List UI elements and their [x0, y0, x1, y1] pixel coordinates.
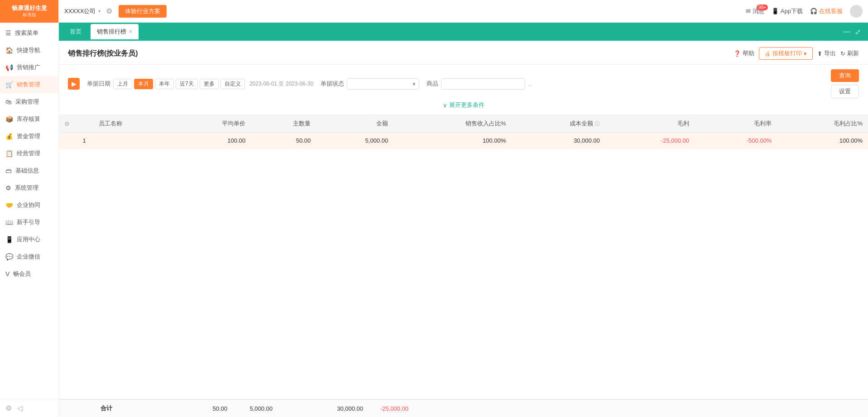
message-btn[interactable]: ✉ 消息 99+ [746, 7, 764, 15]
sidebar-item-enterprise-wechat[interactable]: 💬企业微信 [0, 248, 58, 265]
sidebar-item-finance[interactable]: 💰资金管理 [0, 128, 58, 145]
app-icon: 📱 [772, 8, 779, 14]
online-service-btn[interactable]: 🎧 在线客服 [810, 7, 843, 15]
row-gross-pct: 100.00% [777, 133, 868, 149]
goods-ellipsis[interactable]: ... [528, 81, 533, 87]
expand-more-btn[interactable]: ∨ 展开更多条件 [443, 101, 484, 109]
goods-filter: 商品 ... [427, 78, 533, 90]
help-btn[interactable]: ❓ 帮助 [734, 49, 754, 58]
th-sales-pct: 销售收入占比% [393, 115, 511, 133]
sidebar-item-app-center[interactable]: 📱应用中心 [0, 231, 58, 248]
window-controls: — ⤢ [843, 28, 864, 36]
collapse-footer-icon[interactable]: ◁ [17, 404, 23, 412]
tab-sales-ranking[interactable]: 销售排行榜 × [91, 24, 139, 39]
export-icon: ⬆ [817, 50, 822, 57]
status-select-wrap [347, 78, 419, 90]
sidebar-icon-enterprise-wechat: 💬 [5, 253, 13, 260]
page-content: 销售排行榜(按业务员) ❓ 帮助 🖨 按模板打印 ▾ ⬆ 导出 ↻ 刷新 [59, 41, 868, 417]
sidebar-item-quick-nav[interactable]: 🏠快捷导航 [0, 42, 58, 59]
date-btn-上月[interactable]: 上月 [113, 79, 132, 89]
status-select[interactable] [347, 78, 419, 90]
filter-settings-btn[interactable]: 设置 [831, 85, 859, 98]
refresh-btn[interactable]: ↻ 刷新 [840, 49, 859, 58]
sidebar-item-guide[interactable]: 📖新手引导 [0, 214, 58, 231]
date-btn-近7天[interactable]: 近7天 [176, 79, 198, 89]
sidebar-item-marketing[interactable]: 📢营销推广 [0, 59, 58, 76]
sidebar-item-sales[interactable]: 🛒销售管理 [0, 76, 58, 93]
logo-sub: 标准版 [23, 12, 36, 18]
sidebar-icon-sales: 🛒 [5, 81, 13, 88]
tab-home[interactable]: 首页 [62, 24, 89, 39]
topbar: XXXXX公司 ▾ ⚙ 体验行业方案 ✉ 消息 99+ 📱 App下载 🎧 在线… [59, 0, 868, 23]
footer-total-label: 合计 [101, 404, 155, 412]
row-name [93, 133, 172, 149]
row-sales-pct: 100.00% [393, 133, 511, 149]
tab-active-label: 销售排行榜 [97, 28, 126, 36]
refresh-icon: ↻ [840, 50, 845, 57]
sidebar-label-purchase: 采购管理 [15, 98, 39, 106]
th-settings[interactable]: ⚙ [59, 115, 75, 133]
date-label: 单据日期 [87, 80, 110, 88]
sidebar-item-collab[interactable]: 🤝企业协同 [0, 197, 58, 214]
sidebar-label-finance: 资金管理 [17, 132, 40, 140]
sidebar-item-system[interactable]: ⚙系统管理 [0, 179, 58, 197]
sidebar-item-vip[interactable]: V畅会员 [0, 265, 58, 283]
sidebar-label-app-center: 应用中心 [17, 235, 40, 244]
help-icon: ❓ [734, 50, 741, 57]
sidebar-icon-operations: 📋 [5, 150, 13, 157]
company-selector[interactable]: XXXXX公司 ▾ [64, 7, 101, 15]
sidebar-icon-marketing: 📢 [5, 64, 13, 71]
sidebar-item-inventory[interactable]: 📦库存核算 [0, 110, 58, 128]
th-name: 员工名称 [93, 115, 172, 133]
settings-footer-icon[interactable]: ⚙ [5, 404, 12, 412]
date-btn-本年[interactable]: 本年 [155, 79, 174, 89]
data-table: ⚙ 员工名称 平均单价 主数量 全额 销售收入占比% 成本全额 ⓘ 毛利 毛利率… [59, 115, 868, 149]
sidebar-item-search-menu[interactable]: ☰搜索菜单 [0, 24, 58, 42]
th-amount: 全额 [316, 115, 393, 133]
sidebar: 畅康通好生意 标准版 ☰搜索菜单🏠快捷导航📢营销推广🛒销售管理🛍采购管理📦库存核… [0, 0, 59, 417]
sidebar-item-operations[interactable]: 📋经营管理 [0, 145, 58, 162]
topbar-gear-icon[interactable]: ⚙ [106, 7, 112, 15]
app-download-btn[interactable]: 📱 App下载 [772, 7, 803, 15]
filter-bar: ▶ 单据日期 上月本月本年近7天更多自定义 2023-06-01 至 2023-… [59, 65, 868, 115]
sidebar-icon-collab: 🤝 [5, 201, 13, 209]
sidebar-item-basic-info[interactable]: 🗃基础信息 [0, 162, 58, 179]
filter-toggle-btn[interactable]: ▶ [68, 78, 80, 90]
sidebar-item-purchase[interactable]: 🛍采购管理 [0, 93, 58, 110]
date-buttons: 上月本月本年近7天更多自定义 [113, 79, 245, 89]
export-btn[interactable]: ⬆ 导出 [817, 49, 836, 58]
minimize-icon[interactable]: — [843, 28, 850, 36]
message-icon: ✉ [746, 8, 751, 14]
sidebar-icon-search-menu: ☰ [5, 29, 11, 37]
service-icon: 🎧 [810, 8, 817, 14]
help-label: 帮助 [743, 49, 754, 58]
table-header-row: ⚙ 员工名称 平均单价 主数量 全额 销售收入占比% 成本全额 ⓘ 毛利 毛利率… [59, 115, 868, 133]
message-badge: 99+ [757, 5, 768, 10]
row-gross: -25,000.00 [605, 133, 695, 149]
footer-cost: 30,000.00 [318, 405, 363, 412]
tab-close-icon[interactable]: × [129, 29, 132, 35]
date-btn-自定义[interactable]: 自定义 [221, 79, 245, 89]
filter-toggle-icon: ▶ [72, 80, 77, 87]
sidebar-label-system: 系统管理 [15, 184, 38, 192]
service-label: 在线客服 [819, 7, 843, 15]
cost-help-icon: ⓘ [595, 121, 600, 126]
maximize-icon[interactable]: ⤢ [855, 28, 861, 36]
date-btn-本月[interactable]: 本月 [134, 79, 153, 89]
date-btn-更多[interactable]: 更多 [200, 79, 219, 89]
expand-more-label: 展开更多条件 [449, 101, 484, 109]
user-avatar[interactable] [850, 5, 863, 18]
date-range: 2023-06-01 至 2023-06-30 [249, 80, 313, 88]
status-label: 单据状态 [321, 80, 344, 88]
page-header: 销售排行榜(按业务员) ❓ 帮助 🖨 按模板打印 ▾ ⬆ 导出 ↻ 刷新 [59, 41, 868, 65]
row-avg-price: 100.00 [172, 133, 251, 149]
sidebar-icon-guide: 📖 [5, 219, 13, 226]
query-btn[interactable]: 查询 [831, 69, 859, 82]
th-rank [75, 115, 93, 133]
table-container: ⚙ 员工名称 平均单价 主数量 全额 销售收入占比% 成本全额 ⓘ 毛利 毛利率… [59, 115, 868, 399]
trial-btn[interactable]: 体验行业方案 [119, 5, 167, 18]
print-btn[interactable]: 🖨 按模板打印 ▾ [759, 47, 813, 60]
sidebar-label-collab: 企业协同 [17, 201, 40, 209]
goods-input[interactable] [441, 78, 525, 90]
sidebar-label-enterprise-wechat: 企业微信 [17, 253, 40, 261]
